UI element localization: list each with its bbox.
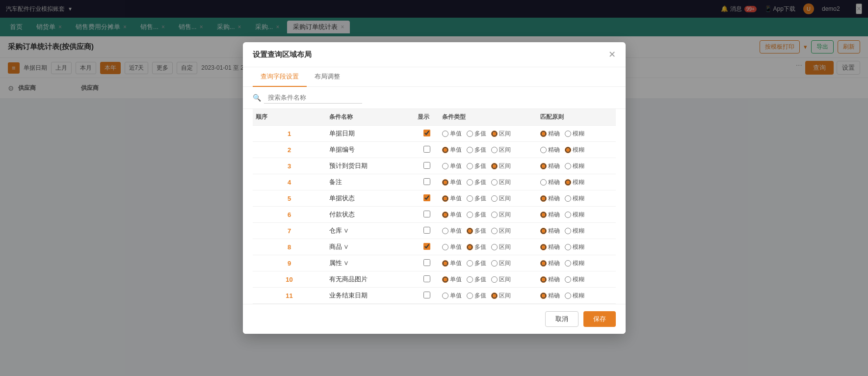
dialog-header: 设置查询区域布局 ✕	[243, 42, 626, 67]
dialog-title: 设置查询区域布局	[253, 50, 312, 59]
modal-overlay: 设置查询区域布局 ✕ 查询字段设置 布局调整 🔍 顺序 条件名称 显示 条件类型	[0, 0, 868, 98]
dialog-close-button[interactable]: ✕	[608, 49, 616, 60]
dialog: 设置查询区域布局 ✕ 查询字段设置 布局调整 🔍 顺序 条件名称 显示 条件类型	[243, 42, 626, 98]
dialog-tab-query-fields[interactable]: 查询字段设置	[253, 67, 307, 87]
search-box: 🔍	[243, 87, 626, 98]
search-condition-input[interactable]	[264, 92, 362, 98]
dialog-tab-layout[interactable]: 布局调整	[307, 67, 348, 87]
search-icon: 🔍	[253, 94, 261, 98]
dialog-tabs: 查询字段设置 布局调整	[243, 67, 626, 87]
